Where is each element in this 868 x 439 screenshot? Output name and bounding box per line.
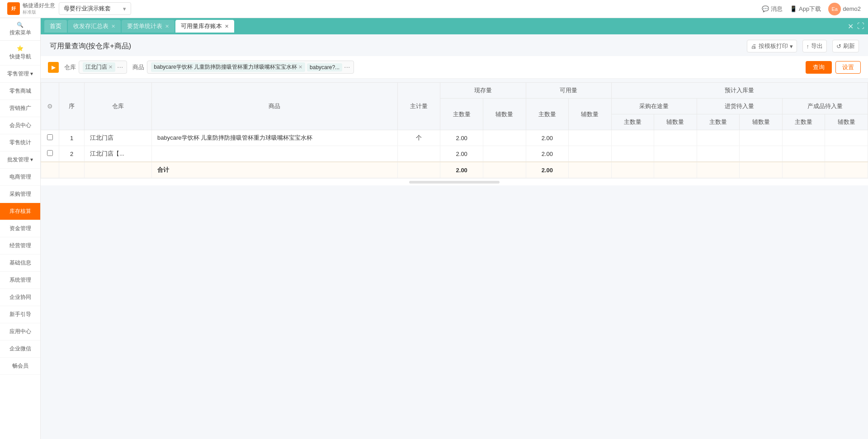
sidebar-item-purchase[interactable]: 采购管理 <box>0 186 40 203</box>
th-avail-aux: 辅数量 <box>569 99 612 130</box>
finance-label: 资金管理 <box>9 225 31 232</box>
tab-receive-send[interactable]: 收发存汇总表 ✕ <box>68 20 121 33</box>
filter-warehouse-remove[interactable]: ✕ <box>108 64 113 70</box>
tab-home[interactable]: 首页 <box>44 20 67 33</box>
query-button[interactable]: 查询 <box>806 61 832 74</box>
th-purchase-transit-group: 采购在途量 <box>611 99 697 114</box>
filter-warehouse-input[interactable]: 江北门店 ✕ ··· <box>79 61 127 74</box>
print-template-btn[interactable]: 🖨 按模板打印 ▾ <box>747 40 797 52</box>
table-body: 1 江北门店 babycare学饮杯 儿童防摔防撞吸管杯重力球吸嘴杯宝宝水杯 个… <box>41 130 868 162</box>
cell-avail-aux <box>569 130 612 146</box>
enterprise-label: 企业协同 <box>9 293 31 301</box>
tab-available-inventory[interactable]: 可用量库存账本 ✕ <box>175 20 234 33</box>
logo-text-area: 畅捷通好生意 标准版 <box>23 2 55 15</box>
cell-unit: 个 <box>397 130 440 146</box>
tab-bar-right: ✕ ⛶ <box>848 22 864 31</box>
sidebar-item-quick-nav[interactable]: ⭐ 快捷导航 <box>0 41 40 66</box>
filter-product-more[interactable]: ··· <box>344 63 350 71</box>
app-download-btn[interactable]: 📱 App下载 <box>790 5 821 13</box>
tab-order-stats-close[interactable]: ✕ <box>165 24 169 29</box>
summary-avail-main: 2.00 <box>526 162 569 178</box>
export-btn[interactable]: ↑ 导出 <box>802 40 827 52</box>
sidebar-item-operations[interactable]: 经营管理 <box>0 237 40 255</box>
top-bar-left: 好 畅捷通好生意 标准版 母婴行业演示账套 ▾ <box>7 2 131 15</box>
app-icon: 📱 <box>790 5 797 12</box>
sidebar-item-basic-info[interactable]: 基础信息 <box>0 255 40 272</box>
member-label: 会员中心 <box>9 122 31 129</box>
sidebar-item-finance[interactable]: 资金管理 <box>0 220 40 237</box>
purchase-label: 采购管理 <box>9 190 31 198</box>
tab-available-inventory-label: 可用量库存账本 <box>181 22 222 30</box>
sidebar-item-retail-mgmt[interactable]: 零售管理 ▾ <box>0 66 40 83</box>
sidebar-item-ecommerce[interactable]: 电商管理 <box>0 169 40 186</box>
logo-subtitle: 标准版 <box>23 9 55 15</box>
tab-fullscreen-btn[interactable]: ⛶ <box>857 22 864 30</box>
sidebar-item-inventory[interactable]: 库存核算 <box>0 203 40 220</box>
filter-product-remove-1[interactable]: ✕ <box>298 64 302 70</box>
cell-stock-main: 2.00 <box>440 130 483 146</box>
cell-check[interactable] <box>41 146 59 162</box>
sidebar-item-weixin[interactable]: 企业微信 <box>0 340 40 358</box>
cell-incoming-aux <box>740 130 783 146</box>
print-template-label: 按模板打印 <box>759 42 788 50</box>
cell-incoming-main <box>697 146 740 162</box>
filter-product-value-2: babycare?... <box>310 64 340 71</box>
sidebar-item-enterprise[interactable]: 企业协同 <box>0 289 40 306</box>
sidebar-search[interactable]: 🔍 搜索菜单 <box>0 18 40 41</box>
message-icon: 💬 <box>762 5 769 12</box>
cell-product-main <box>782 130 825 146</box>
sidebar-item-member2[interactable]: 畅会员 <box>0 358 40 375</box>
print-chevron-icon: ▾ <box>790 43 793 50</box>
message-btn[interactable]: 💬 消息 <box>762 5 783 13</box>
sidebar-item-member[interactable]: 会员中心 <box>0 117 40 134</box>
logo-text: 畅捷通好生意 <box>23 2 55 9</box>
th-avail-main: 主数量 <box>526 99 569 130</box>
filter-warehouse-field: 仓库 江北门店 ✕ ··· <box>64 61 127 74</box>
tab-available-inventory-close[interactable]: ✕ <box>225 24 229 29</box>
th-incoming-main: 主数量 <box>697 114 740 130</box>
refresh-btn[interactable]: ↺ 刷新 <box>832 40 859 52</box>
page-title: 可用量查询(按仓库+商品) <box>50 42 131 51</box>
th-stock-aux: 辅数量 <box>483 99 526 130</box>
cell-product-aux <box>825 146 868 162</box>
scrollbar-area <box>41 178 868 185</box>
tab-close-all-btn[interactable]: ✕ <box>848 22 854 31</box>
sidebar-item-wholesale-mgmt[interactable]: 批发管理 ▾ <box>0 151 40 169</box>
table-row: 2 江北门店【... 2.00 2.00 <box>41 146 868 162</box>
print-icon: 🖨 <box>751 43 757 50</box>
industry-selector[interactable]: 母婴行业演示账套 ▾ <box>59 2 131 15</box>
summary-label: 合计 <box>152 162 398 178</box>
tab-receive-send-close[interactable]: ✕ <box>111 24 115 29</box>
filter-toggle-btn[interactable]: ▶ <box>48 62 59 73</box>
sidebar-item-app-center[interactable]: 应用中心 <box>0 323 40 340</box>
export-label: 导出 <box>811 42 823 50</box>
guide-label: 新手引导 <box>9 311 31 318</box>
basic-info-label: 基础信息 <box>9 259 31 267</box>
cell-avail-main: 2.00 <box>526 146 569 162</box>
th-purchase-transit-main: 主数量 <box>611 114 654 130</box>
th-forecast-group: 预计入库量 <box>611 83 868 99</box>
system-label: 系统管理 <box>9 276 31 284</box>
filter-warehouse-more[interactable]: ··· <box>117 63 123 71</box>
user-area[interactable]: Ea demo2 <box>828 3 861 15</box>
industry-label: 母婴行业演示账套 <box>64 5 111 13</box>
ecommerce-label: 电商管理 <box>9 173 31 181</box>
sidebar-item-retail-stats[interactable]: 零售统计 <box>0 134 40 151</box>
sidebar-item-retail-mall[interactable]: 零售商城 <box>0 83 40 100</box>
sidebar-item-system[interactable]: 系统管理 <box>0 272 40 289</box>
sidebar-item-marketing[interactable]: 营销推广 <box>0 100 40 117</box>
search-label: 搜索菜单 <box>9 29 31 37</box>
sidebar-item-guide[interactable]: 新手引导 <box>0 306 40 323</box>
filter-product-input[interactable]: babycare学饮杯 儿童防摔防撞吸管杯重力球吸嘴杯宝宝水杯 ✕ babyca… <box>147 61 354 74</box>
tab-order-stats[interactable]: 要货单统计表 ✕ <box>122 20 175 33</box>
logo-icon: 好 <box>7 2 20 15</box>
cell-check[interactable] <box>41 130 59 146</box>
gear-icon[interactable]: ⚙ <box>47 103 53 110</box>
settings-button[interactable]: 设置 <box>835 61 861 74</box>
horizontal-scrollbar[interactable] <box>409 181 500 184</box>
cell-incoming-main <box>697 130 740 146</box>
th-unit: 主计量 <box>397 83 440 130</box>
row-checkbox[interactable] <box>47 134 53 140</box>
row-checkbox[interactable] <box>47 150 53 156</box>
table-container: ⚙ 序 仓库 商品 主计量 现存量 可用量 预计入库量 主数量 辅 <box>41 82 868 178</box>
